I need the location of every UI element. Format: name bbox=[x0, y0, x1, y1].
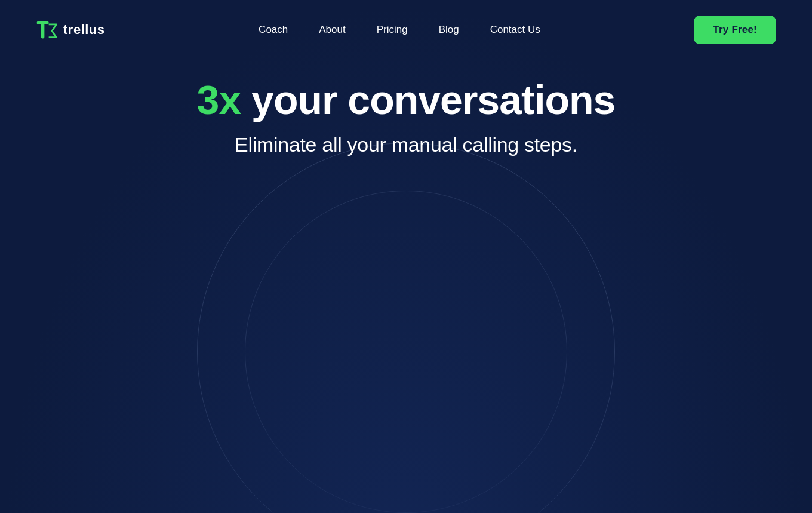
hero-headline-rest: your conversations bbox=[241, 77, 615, 122]
hero-section: 3x your conversations Eliminate all your… bbox=[0, 60, 812, 156]
nav-contact[interactable]: Contact Us bbox=[477, 19, 553, 41]
try-free-button[interactable]: Try Free! bbox=[694, 16, 776, 44]
svg-rect-1 bbox=[41, 21, 44, 38]
decorative-circles bbox=[197, 143, 615, 513]
logo-link[interactable]: trellus bbox=[36, 18, 105, 42]
hero-subheadline: Eliminate all your manual calling steps. bbox=[0, 133, 812, 156]
nav-pricing[interactable]: Pricing bbox=[364, 19, 421, 41]
nav-blog[interactable]: Blog bbox=[426, 19, 472, 41]
logo-icon bbox=[36, 18, 57, 42]
circle-inner bbox=[245, 191, 567, 513]
nav-about[interactable]: About bbox=[306, 19, 358, 41]
logo-text: trellus bbox=[63, 22, 105, 38]
hero-headline: 3x your conversations bbox=[0, 78, 812, 122]
main-nav: Coach About Pricing Blog Contact Us bbox=[245, 19, 553, 41]
nav-coach[interactable]: Coach bbox=[245, 19, 301, 41]
hero-accent: 3x bbox=[197, 77, 241, 122]
hero-content: 3x your conversations Eliminate all your… bbox=[0, 60, 812, 156]
header: trellus Coach About Pricing Blog Contact… bbox=[0, 0, 812, 60]
